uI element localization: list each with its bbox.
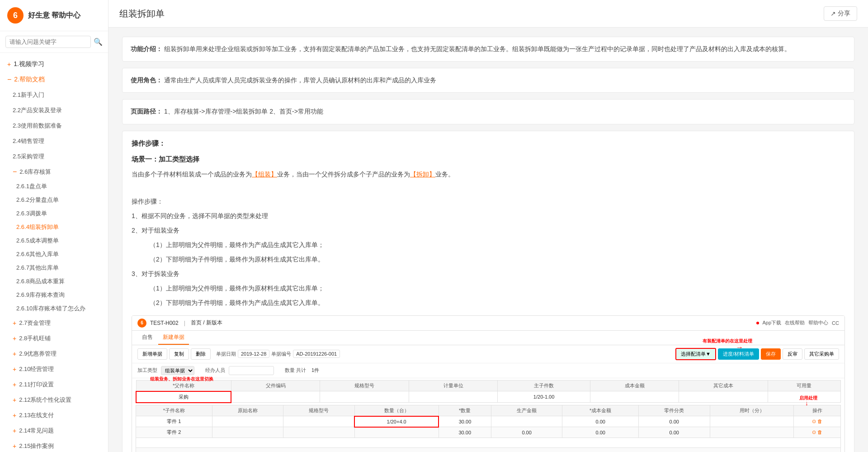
ss-tab-new[interactable]: 新建单据	[158, 331, 189, 345]
table-row: 采购 1/20-1.00	[136, 391, 841, 403]
expand-icon-2-9: +	[13, 350, 16, 357]
sidebar-item-2-6-10[interactable]: 2.6.10库存账本错了怎么办	[0, 302, 108, 315]
ss-btn-select-list[interactable]: 选择配清单▼	[675, 348, 716, 360]
sidebar-item-2-14[interactable]: + 2.14常见问题	[0, 423, 108, 438]
ss-toolbar: 新增单据 复制 删除 单据日期 2019-12-28 单据编号 AD-20191…	[132, 345, 844, 363]
ss-num-value: AD-20191226-001	[293, 350, 340, 358]
ss-logo-icon: 6	[137, 319, 146, 328]
ss-btn-copy[interactable]: 复制	[169, 348, 189, 360]
function-intro-content: 组装拆卸单用来处理企业组装或拆卸等加工业务，支持有固定装配清单的产品加工业务，也…	[164, 45, 791, 52]
sidebar-item-2-4[interactable]: 2.4销售管理	[0, 133, 108, 149]
ss-type-select[interactable]: 组装单据 拆卸单据	[161, 366, 194, 375]
ss-th-qty-unit: 数量（台）	[354, 405, 439, 416]
ss-num-label: 单据编号	[271, 351, 291, 357]
sidebar-item-2-3[interactable]: 2.3使用前数据准备	[0, 118, 108, 133]
content-area: 功能介绍： 组装拆卸单用来处理企业组装或拆卸等加工业务，支持有固定装配清单的产品…	[108, 28, 868, 452]
ss-form-row: 加工类型 组装单据 拆卸单据 经办人员 数量 共计 1件 组装业务、拆卸业务在这…	[132, 363, 844, 378]
ss-btn-reverse[interactable]: 反审	[783, 348, 802, 360]
sidebar-item-2-2[interactable]: 2.2产品安装及登录	[0, 103, 108, 118]
ss-upper-table: *父件名称 父件编码 规格型号 计量单位 主子件数 成本金额 其它成本 可用量	[136, 380, 841, 403]
ss-person-input[interactable]	[229, 366, 274, 375]
expand-icon-2-15: +	[13, 442, 16, 450]
ss-upper-td-sub: 1/20-1.00	[498, 391, 590, 403]
ss-th-spec: 规格型号	[320, 380, 409, 391]
sidebar-item-2-6-9[interactable]: 2.6.9库存账本查询	[0, 288, 108, 302]
expand-icon-2-10: +	[13, 366, 16, 373]
role-text: 使用角色： 通常由生产人员或库管人员完成拆装业务的操作，库管人员确认原材料的出库…	[131, 75, 846, 86]
ss-btn-new[interactable]: 新增单据	[137, 348, 167, 360]
sidebar-item-2-12[interactable]: + 2.12系统个性化设置	[0, 392, 108, 408]
ss-divider1: |	[184, 320, 185, 326]
ss-lower-td-op-2[interactable]: ⊙ 🗑	[794, 427, 841, 438]
ss-breadcrumb: 首页 / 新版本	[191, 319, 222, 327]
sidebar-item-2-6-1[interactable]: 2.6.1盘点单	[0, 180, 108, 193]
step3-2: （2）下部明细为子件明细，最终作为产成品生成其它入库单。	[132, 296, 845, 309]
role-label: 使用角色：	[131, 76, 162, 84]
ss-arrow2: ↑	[159, 374, 162, 381]
collapse-icon-2-6: −	[13, 168, 17, 176]
ss-lower-td-name-1: 零件 1	[136, 416, 212, 427]
ss-btn-save[interactable]: 保存	[761, 348, 781, 360]
sidebar-item-2-4-label: 2.4销售管理	[13, 137, 44, 145]
sidebar-item-2-5[interactable]: 2.5采购管理	[0, 149, 108, 164]
share-button[interactable]: ↗ 分享	[824, 6, 857, 21]
ss-th-orig-name: 原始名称	[212, 405, 283, 416]
ss-btn-delete[interactable]: 删除	[191, 348, 211, 360]
sidebar-item-2-2-label: 2.2产品安装及登录	[13, 106, 62, 114]
table-row: 零件 1 1/20+4.0 30.00 0.00 0.00 ⊙ 🗑	[136, 416, 841, 427]
sidebar-item-2-6-8[interactable]: 2.6.8商品成本重算	[0, 275, 108, 288]
sidebar-item-2-10[interactable]: + 2.10经营管理	[0, 362, 108, 377]
ss-date-value: 2019-12-28	[238, 350, 269, 358]
ss-lower-td-prod-1	[491, 416, 562, 427]
ss-upper-table-area: *父件名称 父件编码 规格型号 计量单位 主子件数 成本金额 其它成本 可用量	[132, 378, 844, 403]
sidebar-item-2-9[interactable]: + 2.9优惠券管理	[0, 346, 108, 362]
path-text: 页面路径： 1、库存核算->库存管理->组装拆卸单 2、首页->常用功能	[131, 106, 846, 117]
search-input[interactable]	[5, 36, 91, 48]
sidebar-item-2-6-5[interactable]: 2.6.5成本调整单	[0, 234, 108, 247]
function-intro-text: 功能介绍： 组装拆卸单用来处理企业组装或拆卸等加工业务，支持有固定装配清单的产品…	[131, 43, 846, 55]
expand-icon-2-12: +	[13, 396, 16, 404]
ss-lower-td-prod-2: 0.00	[491, 427, 562, 438]
ss-annotation1: 有装配清单的在这里处理	[703, 338, 752, 344]
ss-lower-td-cat-2: 0.00	[639, 427, 710, 438]
search-button[interactable]: 🔍	[94, 38, 103, 46]
expand-icon-2-14: +	[13, 427, 16, 434]
sidebar-item-2-7[interactable]: + 2.7资金管理	[0, 315, 108, 331]
sidebar-item-2-8[interactable]: + 2.8手机旺铺	[0, 331, 108, 346]
sidebar-item-2-6-7[interactable]: 2.6.7其他出库单	[0, 261, 108, 275]
ss-lower-td-spec-1	[283, 416, 355, 427]
ss-lower-td-qty-1: 30.00	[439, 416, 491, 427]
sidebar-item-2-6[interactable]: − 2.6库存核算	[0, 164, 108, 180]
scenario1-title: 场景一：加工类型选择	[132, 152, 845, 166]
sidebar-item-2-7-label: 2.7资金管理	[19, 319, 51, 327]
operations-block: 操作步骤： 场景一：加工类型选择 当由多个子件材料组装成一个成品的业务为【组装】…	[122, 131, 854, 452]
path-label: 页面路径：	[131, 108, 162, 115]
expand-icon-2-8: +	[13, 335, 16, 342]
sidebar-item-2-6-4[interactable]: 2.6.4组装拆卸单	[0, 220, 108, 234]
sidebar-item-2-13[interactable]: + 2.13在线支付	[0, 408, 108, 423]
scenario1-desc: 当由多个子件材料组装成一个成品的业务为【组装】业务，当由一个父件拆分成多个子产品…	[132, 168, 845, 181]
main-content: 组装拆卸单 ↗ 分享 功能介绍： 组装拆卸单用来处理企业组装或拆卸等加工业务，支…	[108, 0, 868, 452]
sidebar-item-2-6-2[interactable]: 2.6.2分量盘点单	[0, 193, 108, 207]
sidebar-item-2-11[interactable]: + 2.11打印设置	[0, 377, 108, 392]
screenshot-container: 6 TEST-H002 | 首页 / 新版本 App下载 在线帮助 帮助中心 C…	[132, 315, 845, 452]
ss-lower-td-spec-2	[283, 427, 355, 438]
expand-icon-1: +	[7, 61, 11, 68]
ss-lower-td-name-2: 零件 2	[136, 427, 212, 438]
sidebar-item-2[interactable]: − 2.帮助文档	[0, 72, 108, 87]
ss-th-part-cat: 零件分类	[639, 405, 710, 416]
nav-list: + 1.视频学习 − 2.帮助文档 2.1新手入门 2.2产品安装及登录 2.3…	[0, 53, 108, 452]
page-title: 组装拆卸单	[119, 8, 165, 20]
ss-lower-td-qty-2: 30.00	[439, 427, 491, 438]
sidebar-item-2-15[interactable]: + 2.15操作案例	[0, 438, 108, 452]
sidebar-item-2-6-3[interactable]: 2.6.3调拨单	[0, 207, 108, 220]
ss-lower-td-op-1[interactable]: ⊙ 🗑	[794, 416, 841, 427]
ss-btn-other[interactable]: 其它采购单	[804, 348, 839, 360]
sidebar-item-2-6-6[interactable]: 2.6.6其他入库单	[0, 247, 108, 261]
role-content: 通常由生产人员或库管人员完成拆装业务的操作，库管人员确认原材料的出库和产成品的入…	[164, 76, 436, 84]
share-icon: ↗	[830, 10, 836, 17]
ss-tab-home[interactable]: 自售	[137, 331, 157, 345]
sidebar-item-2-1[interactable]: 2.1新手入门	[0, 87, 108, 103]
sidebar-item-1[interactable]: + 1.视频学习	[0, 57, 108, 72]
top-bar: 组装拆卸单 ↗ 分享	[108, 0, 868, 28]
